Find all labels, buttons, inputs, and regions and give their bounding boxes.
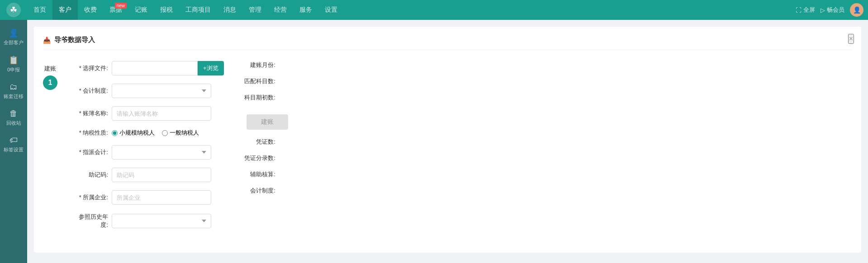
step-circle: 1 <box>43 75 57 90</box>
history-year-row: 参照历史年度: <box>76 213 211 229</box>
nav-tax[interactable]: 报税 <box>154 0 179 20</box>
memo-label: 助记码: <box>76 171 112 179</box>
accountant-label: * 指派会计: <box>76 148 112 156</box>
step-number: 1 <box>48 79 52 87</box>
logo-icon: ☘ <box>10 5 17 15</box>
nav-management[interactable]: 管理 <box>242 0 268 20</box>
close-button[interactable]: × <box>848 34 854 44</box>
step-section: 建账 1 * 选择文件: +浏览 <box>43 61 852 237</box>
build-month-row: 建账月份: <box>243 61 360 69</box>
file-input[interactable] <box>112 61 198 75</box>
sidebar-item-recycle[interactable]: 🗑 回收站 <box>1 105 26 130</box>
voucher-row: 凭证数: <box>243 138 360 146</box>
company-input[interactable] <box>112 190 211 205</box>
company-label: * 所属企业: <box>76 193 112 202</box>
memo-input[interactable] <box>112 168 211 182</box>
nav-clients[interactable]: 客户 <box>52 0 78 20</box>
zero-declaration-icon: 📋 <box>9 55 19 65</box>
step-label: 建账 <box>44 65 56 73</box>
tax-radio-group: 小规模纳税人 一般纳税人 <box>112 129 199 137</box>
form-content: * 选择文件: +浏览 * 会计制度: <box>76 61 852 237</box>
new-badge: new <box>115 3 127 9</box>
small-taxpayer-option[interactable]: 小规模纳税人 <box>112 129 155 137</box>
file-input-group: +浏览 <box>112 61 224 75</box>
panel-title-icon: 📥 <box>43 37 51 44</box>
file-label: * 选择文件: <box>76 64 112 72</box>
all-clients-icon: 👤 <box>9 28 19 38</box>
play-icon: ▷ <box>821 7 825 14</box>
form-left: * 选择文件: +浏览 * 会计制度: <box>76 61 211 237</box>
small-taxpayer-radio[interactable] <box>112 130 118 136</box>
ledger-name-label: * 账簿名称: <box>76 109 112 117</box>
match-subjects-row: 匹配科目数: <box>243 77 360 85</box>
import-panel: 📥 导爷数据导入 × 建账 1 * 选择文件: <box>34 27 861 253</box>
accounting-system-select[interactable] <box>112 84 211 98</box>
member-button[interactable]: ▷ 畅会员 <box>821 6 844 14</box>
nav-home[interactable]: 首页 <box>27 0 52 20</box>
accounting-system-label: * 会计制度: <box>76 87 112 95</box>
nav-settings[interactable]: 设置 <box>318 0 344 20</box>
general-taxpayer-label: 一般纳税人 <box>170 129 199 137</box>
tags-icon: 🏷 <box>9 136 18 145</box>
general-taxpayer-radio[interactable] <box>162 130 168 136</box>
tax-nature-label: * 纳税性质: <box>76 129 112 137</box>
build-button-container: 建账 <box>243 110 360 130</box>
history-year-label: 参照历史年度: <box>76 213 112 229</box>
memo-row: 助记码: <box>76 168 211 182</box>
period-balance-row: 科目期初数: <box>243 94 360 102</box>
nav-business[interactable]: 工商项目 <box>179 0 217 20</box>
nav-operations[interactable]: 经营 <box>268 0 293 20</box>
nav-bookkeeping[interactable]: 记账 <box>128 0 154 20</box>
sidebar-item-all-clients[interactable]: 👤 全部客户 <box>1 24 26 50</box>
step-indicator: 建账 1 <box>43 61 57 90</box>
nav-messages[interactable]: 消息 <box>217 0 242 20</box>
fullscreen-icon: ⛶ <box>796 7 802 14</box>
nav-right-section: ⛶ 全屏 ▷ 畅会员 👤 <box>796 3 863 17</box>
recycle-icon: 🗑 <box>9 109 18 118</box>
info-accounting-row: 会计制度: <box>243 187 360 195</box>
ledger-name-input[interactable] <box>112 106 211 121</box>
nav-invoices[interactable]: 票据 new <box>103 0 128 20</box>
general-taxpayer-option[interactable]: 一般纳税人 <box>162 129 199 137</box>
company-row: * 所属企业: <box>76 190 211 205</box>
nav-menu: 首页 客户 收费 票据 new 记账 报税 工商项目 消息 管理 经营 服务 设… <box>27 0 796 20</box>
user-avatar[interactable]: 👤 <box>850 3 863 17</box>
sidebar: 👤 全部客户 📋 0申报 🗂 账套迁移 🗑 回收站 🏷 标签设置 <box>0 20 27 263</box>
browse-button[interactable]: +浏览 <box>198 61 224 75</box>
app-logo: ☘ <box>5 1 23 19</box>
nav-fees[interactable]: 收费 <box>78 0 103 20</box>
top-navigation: ☘ 首页 客户 收费 票据 new 记账 报税 工商项目 消息 管理 经营 服务… <box>0 0 868 20</box>
sidebar-item-migration[interactable]: 🗂 账套迁移 <box>1 79 26 103</box>
build-account-button[interactable]: 建账 <box>247 114 288 130</box>
auxiliary-label: 辅助核算: <box>243 170 279 178</box>
main-layout: 👤 全部客户 📋 0申报 🗂 账套迁移 🗑 回收站 🏷 标签设置 📥 导爷数据导… <box>0 20 868 263</box>
fullscreen-button[interactable]: ⛶ 全屏 <box>796 6 815 14</box>
ledger-name-row: * 账簿名称: <box>76 106 211 121</box>
auxiliary-row: 辅助核算: <box>243 170 360 178</box>
accounting-system-row: * 会计制度: <box>76 84 211 98</box>
info-panel: 建账月份: 匹配科目数: 科目期初数: <box>234 61 360 237</box>
panel-header: 📥 导爷数据导入 <box>43 36 852 50</box>
info-accounting-label: 会计制度: <box>243 187 279 195</box>
voucher-label: 凭证数: <box>243 138 279 146</box>
voucher-records-label: 凭证分录数: <box>243 154 279 162</box>
sidebar-item-tags[interactable]: 🏷 标签设置 <box>1 132 26 157</box>
file-row: * 选择文件: +浏览 <box>76 61 211 75</box>
sidebar-item-zero-declaration[interactable]: 📋 0申报 <box>1 52 26 77</box>
nav-services[interactable]: 服务 <box>293 0 318 20</box>
match-subjects-label: 匹配科目数: <box>243 77 279 85</box>
panel-title: 导爷数据导入 <box>54 36 95 44</box>
migration-icon: 🗂 <box>9 82 18 92</box>
tax-nature-row: * 纳税性质: 小规模纳税人 一般纳税人 <box>76 129 211 137</box>
content-area: 📥 导爷数据导入 × 建账 1 * 选择文件: <box>27 20 868 263</box>
period-balance-label: 科目期初数: <box>243 94 279 102</box>
history-year-select[interactable] <box>112 214 211 228</box>
accountant-row: * 指派会计: <box>76 145 211 160</box>
voucher-records-row: 凭证分录数: <box>243 154 360 162</box>
accountant-select[interactable] <box>112 145 211 160</box>
build-month-label: 建账月份: <box>243 61 279 69</box>
small-taxpayer-label: 小规模纳税人 <box>119 129 155 137</box>
avatar-icon: 👤 <box>853 6 861 14</box>
